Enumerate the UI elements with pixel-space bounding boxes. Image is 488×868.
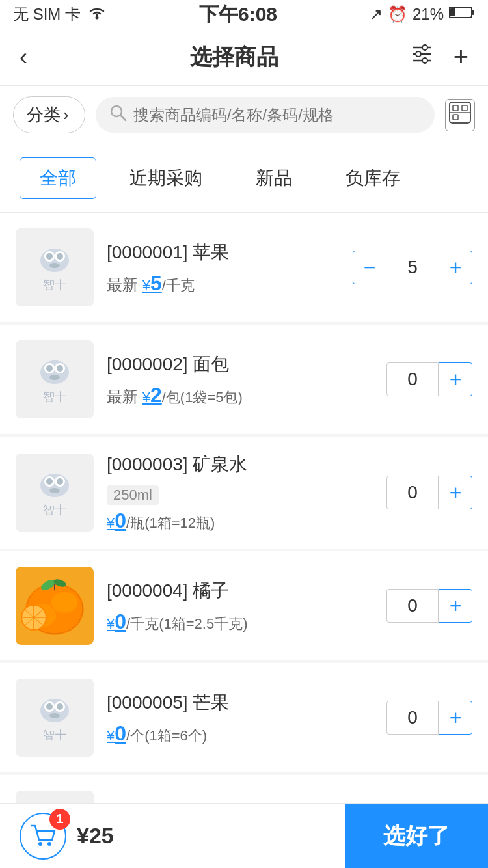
svg-point-53 — [49, 713, 60, 718]
status-time: 下午6:08 — [199, 1, 277, 28]
product-name-1: [0000001] 苹果 — [107, 240, 340, 265]
svg-point-51 — [46, 703, 53, 710]
product-price-3: ¥0/瓶(1箱=12瓶) — [107, 509, 373, 533]
tab-all[interactable]: 全部 — [20, 157, 96, 199]
cart-icon-button[interactable]: 1 — [20, 813, 66, 860]
product-image-2: 智十 — [16, 340, 94, 418]
category-button[interactable]: 分类 › — [13, 96, 85, 133]
tab-negative-stock[interactable]: 负库存 — [325, 157, 420, 199]
product-price-2: 最新 ¥2/包(1袋=5包) — [107, 383, 373, 407]
bottom-bar: 1 ¥25 选好了 — [0, 803, 488, 868]
tab-new[interactable]: 新品 — [236, 157, 312, 199]
product-info-3: [0000003] 矿泉水 250ml ¥0/瓶(1箱=12瓶) — [107, 452, 373, 533]
qty-plus-button-4[interactable]: + — [439, 589, 472, 623]
qty-plus-button-3[interactable]: + — [439, 476, 472, 509]
search-icon — [109, 103, 127, 126]
svg-point-48 — [40, 699, 69, 722]
filter-icon[interactable] — [411, 42, 434, 72]
svg-rect-15 — [462, 105, 467, 111]
product-name-2: [0000002] 面包 — [107, 352, 373, 377]
svg-point-33 — [57, 478, 63, 485]
product-price-5: ¥0/个(1箱=6个) — [107, 722, 373, 746]
svg-point-20 — [46, 253, 53, 260]
product-info-1: [0000001] 苹果 最新 ¥5/千克 — [107, 240, 340, 295]
svg-point-37 — [51, 592, 77, 613]
search-box — [96, 97, 435, 133]
scan-icon[interactable] — [445, 99, 475, 131]
alarm-icon: ⏰ — [388, 5, 407, 23]
table-row: 智十 [0000003] 矿泉水 250ml ¥0/瓶(1箱=12瓶) + — [0, 437, 488, 549]
page-title: 选择商品 — [190, 42, 278, 72]
location-icon: ↗ — [370, 5, 383, 23]
category-label: 分类 — [27, 103, 61, 126]
qty-plus-button-1[interactable]: + — [439, 251, 472, 284]
svg-rect-16 — [453, 115, 458, 120]
qty-control-2: + — [386, 362, 472, 396]
product-list: 智十 [0000001] 苹果 最新 ¥5/千克 − + — [0, 213, 488, 868]
product-image-5: 智十 — [16, 679, 94, 757]
product-name-3: [0000003] 矿泉水 — [107, 452, 373, 477]
qty-plus-button-5[interactable]: + — [439, 701, 472, 735]
table-row: 智十 [0000001] 苹果 最新 ¥5/千克 − + — [0, 213, 488, 322]
product-name-4: [0000004] 橘子 — [107, 578, 373, 603]
cart-total: ¥25 — [77, 823, 114, 848]
qty-control-1: − + — [353, 251, 472, 284]
back-button[interactable]: ‹ — [20, 44, 59, 71]
qty-input-3[interactable] — [386, 476, 439, 509]
qty-minus-button-1[interactable]: − — [353, 251, 386, 284]
qty-input-2[interactable] — [386, 362, 439, 396]
svg-line-11 — [120, 115, 126, 120]
nav-actions: + — [411, 42, 468, 72]
svg-point-22 — [49, 263, 60, 268]
svg-point-8 — [416, 51, 421, 57]
add-product-button[interactable]: + — [454, 42, 468, 72]
status-right: ↗ ⏰ 21% — [370, 5, 475, 23]
cart-section: 1 ¥25 — [0, 813, 345, 860]
product-info-5: [0000005] 芒果 ¥0/个(1箱=6个) — [107, 690, 373, 746]
table-row: 智十 [0000002] 面包 最新 ¥2/包(1袋=5包) + — [0, 325, 488, 434]
status-left: 无 SIM 卡 — [13, 4, 107, 25]
svg-point-26 — [46, 365, 53, 372]
svg-point-17 — [40, 249, 69, 272]
svg-point-60 — [38, 842, 42, 846]
svg-rect-2 — [472, 10, 474, 15]
svg-point-28 — [49, 375, 60, 380]
product-info-4: [0000004] 橘子 ¥0/千克(1箱=2.5千克) — [107, 578, 373, 634]
confirm-button[interactable]: 选好了 — [345, 804, 488, 869]
qty-control-3: + — [386, 476, 472, 509]
svg-point-0 — [96, 16, 99, 20]
battery-icon — [449, 5, 475, 23]
product-price-4: ¥0/千克(1箱=2.5千克) — [107, 610, 373, 634]
qty-control-5: + — [386, 701, 472, 735]
product-image-4 — [16, 567, 94, 645]
cart-badge: 1 — [49, 809, 70, 830]
filter-bar: 分类 › — [0, 86, 488, 144]
svg-rect-3 — [450, 8, 455, 16]
svg-point-29 — [40, 474, 69, 497]
category-chevron: › — [63, 105, 69, 125]
search-input[interactable] — [133, 106, 422, 124]
tabs-bar: 全部 近期采购 新品 负库存 — [0, 144, 488, 213]
wifi-icon — [87, 5, 107, 23]
qty-input-1[interactable] — [386, 251, 439, 284]
svg-point-61 — [47, 842, 51, 846]
qty-plus-button-2[interactable]: + — [439, 362, 472, 396]
svg-point-9 — [422, 58, 427, 63]
product-info-2: [0000002] 面包 最新 ¥2/包(1袋=5包) — [107, 352, 373, 407]
nav-bar: ‹ 选择商品 + — [0, 29, 488, 86]
battery-text: 21% — [413, 5, 444, 23]
qty-input-5[interactable] — [386, 701, 439, 735]
carrier-text: 无 SIM 卡 — [13, 4, 81, 25]
svg-point-32 — [46, 478, 53, 485]
product-image-1: 智十 — [16, 228, 94, 306]
tab-recent[interactable]: 近期采购 — [109, 157, 223, 199]
svg-rect-14 — [453, 105, 458, 111]
svg-point-23 — [40, 360, 69, 384]
qty-input-4[interactable] — [386, 589, 439, 623]
product-spec-3: 250ml — [107, 485, 159, 505]
table-row: [0000004] 橘子 ¥0/千克(1箱=2.5千克) + — [0, 551, 488, 660]
svg-point-27 — [57, 365, 63, 372]
svg-point-34 — [49, 488, 60, 493]
product-image-3: 智十 — [16, 454, 94, 532]
product-price-1: 最新 ¥5/千克 — [107, 271, 340, 295]
